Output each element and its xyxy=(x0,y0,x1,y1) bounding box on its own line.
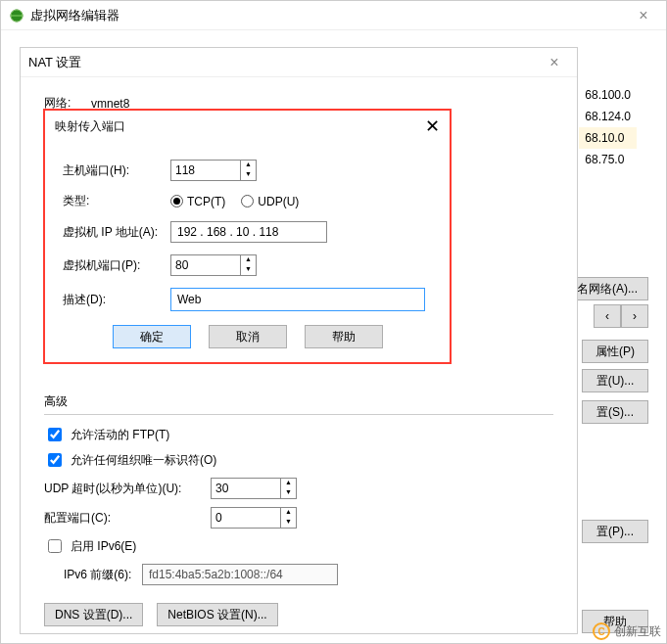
rename-network-button[interactable]: 名网络(A)... xyxy=(566,277,648,300)
enable-ipv6-checkbox[interactable]: 启用 IPv6(E) xyxy=(44,536,553,556)
spin-up-icon[interactable]: ▲ xyxy=(281,479,296,488)
allow-org-label: 允许任何组织唯一标识符(O) xyxy=(71,452,216,469)
nat-close-icon[interactable]: × xyxy=(540,54,569,71)
host-port-spinner[interactable]: ▲▼ xyxy=(170,160,257,181)
dialog-title: 映射传入端口 xyxy=(55,118,425,135)
allow-ftp-checkbox[interactable]: 允许活动的 FTP(T) xyxy=(44,425,553,444)
chevron-right-icon[interactable]: › xyxy=(621,304,648,328)
tcp-radio[interactable]: TCP(T) xyxy=(170,195,225,208)
config-port-spinner[interactable]: ▲▼ xyxy=(211,507,297,529)
udp-label: UDP(U) xyxy=(258,195,299,208)
editor-close-icon[interactable]: × xyxy=(629,7,658,24)
ok-button[interactable]: 确定 xyxy=(113,325,191,348)
dns-settings-button[interactable]: DNS 设置(D)... xyxy=(44,603,143,626)
radio-unchecked-icon xyxy=(241,195,254,207)
radio-checked-icon xyxy=(170,195,183,207)
ipv6-prefix-label: IPv6 前缀(6): xyxy=(64,567,142,583)
cancel-button[interactable]: 取消 xyxy=(209,325,287,348)
udp-radio[interactable]: UDP(U) xyxy=(241,195,299,208)
spin-down-icon[interactable]: ▼ xyxy=(241,265,256,275)
advanced-group-title: 高级 xyxy=(44,393,553,410)
editor-title: 虚拟网络编辑器 xyxy=(30,7,629,24)
scroll-chevrons: ‹ › xyxy=(594,304,648,328)
app-icon xyxy=(9,8,24,23)
nat-title: NAT 设置 xyxy=(28,54,540,71)
ip-row[interactable]: 68.10.0 xyxy=(579,127,637,149)
ip-row[interactable]: 68.100.0 xyxy=(579,84,637,106)
spin-up-icon[interactable]: ▲ xyxy=(281,508,296,518)
vm-port-spinner[interactable]: ▲▼ xyxy=(170,254,257,276)
description-input[interactable] xyxy=(170,288,425,311)
allow-org-checkbox[interactable]: 允许任何组织唯一标识符(O) xyxy=(44,450,553,470)
allow-ftp-input[interactable] xyxy=(48,428,62,441)
config-port-input[interactable] xyxy=(212,508,280,528)
watermark-text: 创新互联 xyxy=(614,623,661,640)
type-label: 类型: xyxy=(63,193,170,209)
vm-ip-label: 虚拟机 IP 地址(A): xyxy=(63,224,170,241)
ip-row[interactable]: 68.124.0 xyxy=(579,106,637,127)
spin-up-icon[interactable]: ▲ xyxy=(241,255,256,265)
allow-org-input[interactable] xyxy=(48,453,62,467)
spin-up-icon[interactable]: ▲ xyxy=(241,161,256,170)
spin-down-icon[interactable]: ▼ xyxy=(241,170,256,180)
udp-timeout-label: UDP 超时(以秒为单位)(U): xyxy=(44,481,211,497)
spin-down-icon[interactable]: ▼ xyxy=(281,488,296,498)
help-button[interactable]: 帮助 xyxy=(305,325,383,348)
description-label: 描述(D): xyxy=(63,292,170,308)
enable-ipv6-input[interactable] xyxy=(48,539,62,553)
dialog-close-icon[interactable]: ✕ xyxy=(425,115,440,137)
watermark-logo-icon: C xyxy=(593,622,610,640)
vm-port-label: 虚拟机端口(P): xyxy=(63,257,170,274)
spin-down-icon[interactable]: ▼ xyxy=(281,518,296,528)
netbios-settings-button[interactable]: NetBIOS 设置(N)... xyxy=(157,603,277,626)
network-ip-column: 68.100.0 68.124.0 68.10.0 68.75.0 xyxy=(579,84,637,170)
udp-timeout-input[interactable] xyxy=(212,479,280,498)
vm-ip-input[interactable] xyxy=(170,221,327,243)
vm-port-input[interactable] xyxy=(171,255,240,275)
udp-timeout-spinner[interactable]: ▲▼ xyxy=(211,478,297,499)
settings-u-button[interactable]: 置(U)... xyxy=(582,369,648,392)
tcp-label: TCP(T) xyxy=(187,195,225,208)
properties-button[interactable]: 属性(P) xyxy=(582,340,648,363)
watermark: C 创新互联 xyxy=(593,622,661,640)
ipv6-prefix-input[interactable] xyxy=(142,564,338,585)
divider xyxy=(44,414,553,415)
network-value: vmnet8 xyxy=(91,97,129,111)
enable-ipv6-label: 启用 IPv6(E) xyxy=(71,538,136,555)
chevron-left-icon[interactable]: ‹ xyxy=(594,304,621,328)
port-mapping-dialog: 映射传入端口 ✕ 主机端口(H): ▲▼ 类型: TCP(T) UDP(U) 虚… xyxy=(44,110,451,363)
ip-row[interactable]: 68.75.0 xyxy=(579,149,637,170)
allow-ftp-label: 允许活动的 FTP(T) xyxy=(71,427,169,443)
host-port-input[interactable] xyxy=(171,161,240,180)
config-port-label: 配置端口(C): xyxy=(44,510,211,527)
settings-s-button[interactable]: 置(S)... xyxy=(582,400,648,424)
settings-p-button[interactable]: 置(P)... xyxy=(582,520,648,543)
host-port-label: 主机端口(H): xyxy=(63,162,170,179)
